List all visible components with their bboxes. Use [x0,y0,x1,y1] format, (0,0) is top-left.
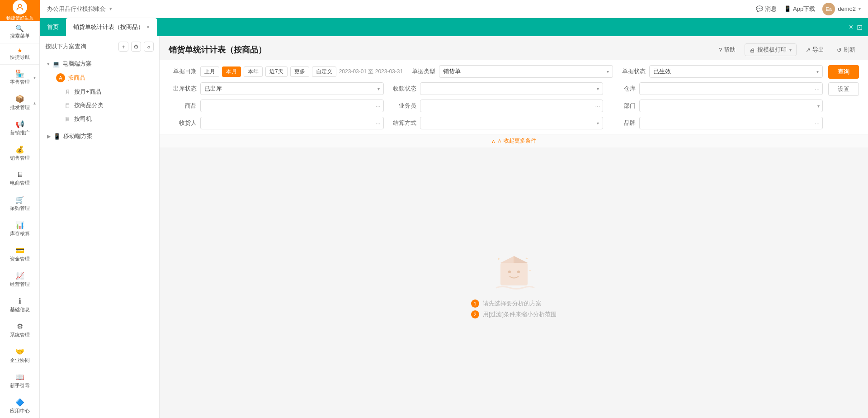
empty-hints: 1 请先选择要分析的方案 2 用[过滤]条件来缩小分析范围 [471,299,557,318]
module-selector-label[interactable]: 办公用品行业模拟账套 [47,5,106,13]
svg-point-5 [508,271,511,273]
sidebar-item-apps[interactable]: 🔷 应用中心 [0,394,39,418]
query-col-doc-status: 单据状态 已生效 ▾ [618,65,823,78]
sidebar-item-wholesale[interactable]: 📦 批发管理 ▴ [0,90,39,115]
window-buttons: × ⊡ [849,23,868,32]
refresh-btn[interactable]: ↺ 刷新 [833,44,859,56]
sidebar-item-guide[interactable]: 📖 新手引导 [0,368,39,394]
mobile-group-parent[interactable]: ▶ 📱 移动端方案 [40,129,159,143]
query-row-2: 出库状态 已出库 ▾ 收款状态 ▾ [169,82,823,95]
scheme-by-goods-category[interactable]: 目 按商品分类 [40,99,159,112]
scheme-by-goods-category-label: 按商品分类 [74,101,104,109]
payment-status-select[interactable]: ▾ [420,82,604,95]
receiver-input[interactable]: ··· [200,117,384,129]
pc-group-parent[interactable]: ▾ 💻 电脑端方案 [40,57,159,71]
finance-label: 资金管理 [10,256,30,262]
page-title: 销货单统计计表（按商品） [169,44,266,55]
left-panel-title: 按以下方案查询 [45,43,86,51]
left-panel: 按以下方案查询 + ⚙ « ▾ 💻 电脑端方案 A 按商品 [40,36,160,418]
date-picker-group: 上月 本月 本年 近7天 更多 自定义 2023-03-01 至 2023-03… [200,66,403,77]
add-scheme-btn[interactable]: + [118,42,128,52]
help-icon: ? [719,47,722,53]
salesperson-input[interactable]: ··· [420,100,604,112]
inventory-label: 库存核算 [10,230,30,237]
app-download-label: App下载 [793,5,815,13]
date-btn-7days[interactable]: 近7天 [265,66,288,77]
sidebar-item-inventory[interactable]: 📊 库存核算 [0,216,39,242]
sidebar-item-sales[interactable]: 💰 销售管理 [0,141,39,166]
sidebar-item-finance[interactable]: 💳 资金管理 [0,242,39,267]
app-download-btn[interactable]: 📱 App下载 [784,5,815,13]
collapse-panel-btn[interactable]: « [144,42,154,52]
stock-out-select[interactable]: 已出库 ▾ [200,82,384,95]
sidebar-item-cooperation[interactable]: 🤝 企业协同 [0,343,39,368]
settings-btn[interactable]: 设置 [828,82,859,96]
tab-home[interactable]: 首页 [40,18,66,36]
system-label: 系统管理 [10,332,30,338]
date-btn-last-month[interactable]: 上月 [200,66,219,77]
sidebar-item-basic[interactable]: ℹ 基础信息 [0,292,39,318]
window-maximize-btn[interactable]: ⊡ [857,23,863,32]
warehouse-input[interactable]: ··· [639,82,823,95]
receiver-dots-icon: ··· [376,120,381,127]
print-btn[interactable]: 🖨 按模板打印 ▾ [745,43,797,56]
refresh-label: 刷新 [844,46,855,54]
system-icon: ⚙ [17,322,23,331]
query-col-stock-out-status: 出库状态 已出库 ▾ [169,82,384,95]
sidebar-item-marketing[interactable]: 📢 营销推广 [0,115,39,141]
wholesale-icon: 📦 [15,95,24,103]
doc-type-label: 单据类型 [407,67,439,76]
wholesale-arrow-icon: ▴ [33,100,36,105]
doc-status-select[interactable]: 已生效 ▾ [649,65,823,78]
scheme-by-goods[interactable]: A 按商品 [40,71,159,85]
export-btn[interactable]: ↗ 导出 [802,44,828,56]
payment-method-chevron-icon: ▾ [597,121,599,126]
tab-sales-stats[interactable]: 销货单统计计表（按商品） × [66,18,157,36]
ecommerce-label: 电商管理 [10,180,30,186]
window-close-btn[interactable]: × [849,23,853,31]
date-btn-this-year[interactable]: 本年 [244,66,263,77]
main-area: 办公用品行业模拟账套 ▾ 💬 消息 📱 App下载 Ea demo2 ▾ 首页 … [40,0,868,418]
module-selector-chevron-icon: ▾ [109,6,112,12]
quick-nav-btn[interactable]: ★ 快捷导航 [0,43,39,65]
date-btn-custom[interactable]: 自定义 [312,66,336,77]
help-label: 帮助 [724,46,736,54]
message-btn[interactable]: 💬 消息 [756,5,777,13]
message-label: 消息 [765,5,777,13]
sidebar-item-ecommerce[interactable]: 🖥 电商管理 [0,166,39,191]
payment-status-chevron-icon: ▾ [597,86,599,91]
action-buttons: 查询 设置 [828,65,859,96]
dept-input[interactable]: ▾ [639,100,823,112]
doc-type-select[interactable]: 销货单 ▾ [439,65,613,78]
tab-close-icon[interactable]: × [146,24,150,30]
salesperson-dots-icon: ··· [595,103,600,109]
settings-scheme-btn[interactable]: ⚙ [131,42,141,52]
goods-input[interactable]: ··· [200,100,384,112]
payment-method-select[interactable]: ▾ [420,117,604,129]
sidebar-item-system[interactable]: ⚙ 系统管理 [0,318,39,343]
help-btn[interactable]: ? 帮助 [715,44,739,56]
marketing-label: 营销推广 [10,129,30,136]
page-actions: ? 帮助 🖨 按模板打印 ▾ ↗ 导出 ↺ 刷新 [715,43,859,56]
sidebar-item-operations[interactable]: 📈 经营管理 [0,267,39,292]
scheme-by-month-goods[interactable]: 月 按月+商品 [40,85,159,99]
sales-icon: 💰 [15,145,24,154]
sidebar-item-retail[interactable]: 🏪 零售管理 ▾ [0,65,39,90]
inventory-icon: 📊 [15,221,24,229]
date-btn-more[interactable]: 更多 [290,66,309,77]
hint-2: 2 用[过滤]条件来缩小分析范围 [471,310,557,318]
payment-method-label: 结算方式 [388,119,420,127]
print-chevron-icon: ▾ [789,48,792,52]
search-menu-btn[interactable]: 🔍 消息 搜索菜单 [0,21,39,43]
collapse-bar[interactable]: ∧ ∧ 收起更多条件 [160,134,868,147]
query-row-3: 商品 ··· 业务员 ··· [169,100,823,112]
user-area[interactable]: Ea demo2 ▾ [822,3,861,15]
warehouse-label: 仓库 [608,85,639,93]
sidebar-item-purchase[interactable]: 🛒 采购管理 [0,191,39,216]
date-btn-this-month[interactable]: 本月 [222,66,241,77]
query-section: 单据日期 上月 本月 本年 近7天 更多 自定义 2023-03-01 至 20… [160,60,868,147]
query-btn[interactable]: 查询 [828,65,859,79]
brand-input[interactable]: ··· [639,117,823,129]
scheme-by-driver[interactable]: 目 按司机 [40,112,159,126]
stock-out-label: 出库状态 [169,85,200,93]
